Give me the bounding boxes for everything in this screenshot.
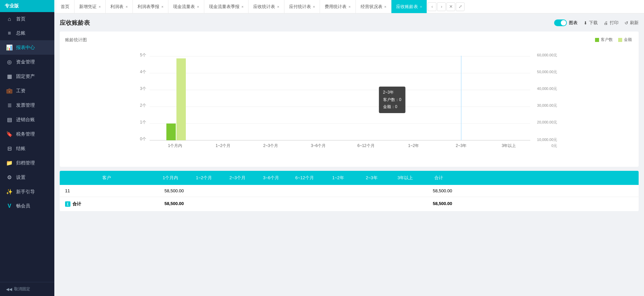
- tab-prev-button[interactable]: ‹: [428, 2, 436, 11]
- tab-bar: 首页 新增凭证 × 利润表 × 利润表季报 × 现金流量表 × 现金流量表季报 …: [54, 0, 644, 13]
- sidebar-item-ledger[interactable]: ≡ 总账: [0, 26, 54, 40]
- tab-payable-stats-close[interactable]: ×: [313, 5, 315, 9]
- total-y23: [355, 197, 388, 211]
- sidebar-item-label: 税务管理: [16, 131, 35, 137]
- svg-text:2~3年: 2~3年: [456, 143, 467, 148]
- tab-operations-close[interactable]: ×: [384, 5, 386, 9]
- tab-payable-stats[interactable]: 应付统计表 ×: [284, 0, 320, 13]
- svg-text:30,000.00元: 30,000.00元: [537, 103, 557, 107]
- tab-profit[interactable]: 利润表 ×: [106, 0, 132, 13]
- collapse-button[interactable]: ◀◀ 取消固定: [0, 282, 54, 296]
- closing-icon: ⊟: [6, 145, 13, 152]
- sidebar-item-label: 结账: [16, 146, 25, 152]
- sidebar-item-closing[interactable]: ⊟ 结账: [0, 141, 54, 156]
- sidebar-item-label: 固定资产: [16, 73, 35, 80]
- svg-text:50,000.00元: 50,000.00元: [537, 70, 557, 74]
- print-label: 打印: [610, 20, 619, 26]
- print-button[interactable]: 🖨 打印: [604, 20, 619, 26]
- toggle-track[interactable]: [554, 19, 567, 26]
- tab-profit-quarterly[interactable]: 利润表季报 ×: [133, 0, 168, 13]
- sidebar-item-guide[interactable]: ✨ 新手引导: [0, 185, 54, 199]
- print-icon: 🖨: [604, 20, 608, 26]
- tab-new-voucher[interactable]: 新增凭证 ×: [74, 0, 106, 13]
- sidebar-item-invoice[interactable]: ≣ 发票管理: [0, 98, 54, 112]
- svg-text:0元: 0元: [551, 144, 557, 148]
- tab-profit-close[interactable]: ×: [125, 5, 127, 9]
- sidebar-item-label: 发票管理: [16, 102, 35, 108]
- sidebar-item-settings[interactable]: ⚙ 设置: [0, 170, 54, 185]
- cell-m612: [288, 185, 321, 197]
- svg-text:3个: 3个: [140, 86, 146, 91]
- table-header-row: 客户 1个月内 1~2个月 2~3个月 3~6个月 6~12个月 1~2年 2~…: [60, 171, 639, 185]
- sidebar-item-label: 工资: [16, 88, 25, 94]
- tab-next-button[interactable]: ›: [437, 2, 446, 11]
- col-header-m23: 2~3个月: [221, 171, 254, 185]
- capital-icon: ◎: [6, 59, 13, 65]
- chart-svg-wrapper: 5个 4个 3个 2个 1个 0个 60,000.00元 50,000.00元 …: [65, 46, 633, 161]
- tab-cashflow-close[interactable]: ×: [197, 5, 199, 9]
- download-label: 下载: [589, 20, 598, 26]
- tab-expand-button[interactable]: ⤢: [456, 2, 465, 11]
- sidebar-item-member[interactable]: V 畅会员: [0, 199, 54, 213]
- sidebar-item-inventory[interactable]: ▤ 进销台账: [0, 112, 54, 127]
- tab-cashflow-quarterly-close[interactable]: ×: [241, 5, 244, 9]
- tab-receivable-age-close[interactable]: ×: [420, 5, 422, 9]
- chart-svg: 5个 4个 3个 2个 1个 0个 60,000.00元 50,000.00元 …: [65, 46, 633, 160]
- tab-receivable-stats-label: 应收统计表: [253, 4, 275, 10]
- sidebar: 专业版 ⌂ 首页 ≡ 总账 📊 报表中心 ◎ 资金管理 ▦ 固定资产 💼 工资 …: [0, 0, 54, 296]
- tab-receivable-stats-close[interactable]: ×: [277, 5, 279, 9]
- legend-amount-label: 金额: [624, 37, 632, 43]
- tab-expense-stats-close[interactable]: ×: [348, 5, 351, 9]
- col-header-y3plus: 3年以上: [388, 171, 422, 185]
- legend-customers: 客户数: [595, 37, 613, 43]
- collapse-icon: ◀◀: [6, 287, 12, 292]
- total-m23: [221, 197, 254, 211]
- sidebar-item-label: 资金管理: [16, 59, 35, 65]
- toggle-thumb: [561, 20, 566, 26]
- legend-amount-dot: [618, 38, 622, 42]
- tab-new-voucher-close[interactable]: ×: [99, 5, 101, 9]
- invoice-icon: ≣: [6, 102, 13, 108]
- svg-text:10,000.00元: 10,000.00元: [537, 138, 557, 142]
- tab-close-all-button[interactable]: ✕: [446, 2, 455, 11]
- tab-expense-stats[interactable]: 费用统计表 ×: [320, 0, 356, 13]
- tab-operations-label: 经营状况表: [361, 4, 382, 10]
- tab-nav-buttons: ‹ › ✕ ⤢: [428, 2, 465, 11]
- tab-cashflow[interactable]: 现金流量表 ×: [168, 0, 204, 13]
- archive-icon: 📁: [6, 160, 13, 166]
- svg-text:5个: 5个: [140, 53, 146, 57]
- tab-profit-quarterly-close[interactable]: ×: [161, 5, 163, 9]
- sidebar-item-archive[interactable]: 📁 归档管理: [0, 156, 54, 170]
- sidebar-item-capital[interactable]: ◎ 资金管理: [0, 55, 54, 69]
- cell-customer: 11: [60, 185, 154, 197]
- col-header-customer: 客户: [60, 171, 154, 185]
- svg-text:20,000.00元: 20,000.00元: [537, 120, 557, 124]
- chart-toggle[interactable]: 图表: [554, 19, 578, 26]
- tab-receivable-age[interactable]: 应收账龄表 ×: [391, 0, 427, 13]
- table-row: 11 58,500.00 58,500.00: [60, 185, 639, 197]
- svg-text:6~12个月: 6~12个月: [357, 143, 374, 148]
- sidebar-item-home[interactable]: ⌂ 首页: [0, 12, 54, 26]
- tab-receivable-age-label: 应收账龄表: [396, 4, 418, 10]
- col-header-m1: 1个月内: [154, 171, 187, 185]
- tab-receivable-stats[interactable]: 应收统计表 ×: [249, 0, 284, 13]
- tab-cashflow-quarterly[interactable]: 现金流量表季报 ×: [204, 0, 249, 13]
- download-button[interactable]: ⬇ 下载: [584, 20, 598, 26]
- tab-home[interactable]: 首页: [56, 0, 74, 13]
- page-header: 应收账龄表 图表 ⬇ 下载 🖨 打印 ↺ 刷新: [60, 19, 639, 27]
- ledger-icon: ≡: [6, 30, 13, 36]
- cell-y3plus: [388, 185, 422, 197]
- sidebar-item-label: 畅会员: [16, 203, 30, 209]
- tab-payable-stats-label: 应付统计表: [289, 4, 311, 10]
- collapse-label: 取消固定: [14, 286, 30, 292]
- col-header-m36: 3~6个月: [254, 171, 288, 185]
- sidebar-item-reports[interactable]: 📊 报表中心: [0, 40, 54, 55]
- total-y12: [321, 197, 355, 211]
- sidebar-item-assets[interactable]: ▦ 固定资产: [0, 69, 54, 84]
- sidebar-item-salary[interactable]: 💼 工资: [0, 84, 54, 98]
- refresh-button[interactable]: ↺ 刷新: [625, 20, 639, 26]
- main-area: 首页 新增凭证 × 利润表 × 利润表季报 × 现金流量表 × 现金流量表季报 …: [54, 0, 644, 296]
- chart-legend: 客户数 金额: [595, 37, 632, 43]
- sidebar-item-tax[interactable]: 🔖 税务管理: [0, 127, 54, 141]
- tab-operations[interactable]: 经营状况表 ×: [356, 0, 391, 13]
